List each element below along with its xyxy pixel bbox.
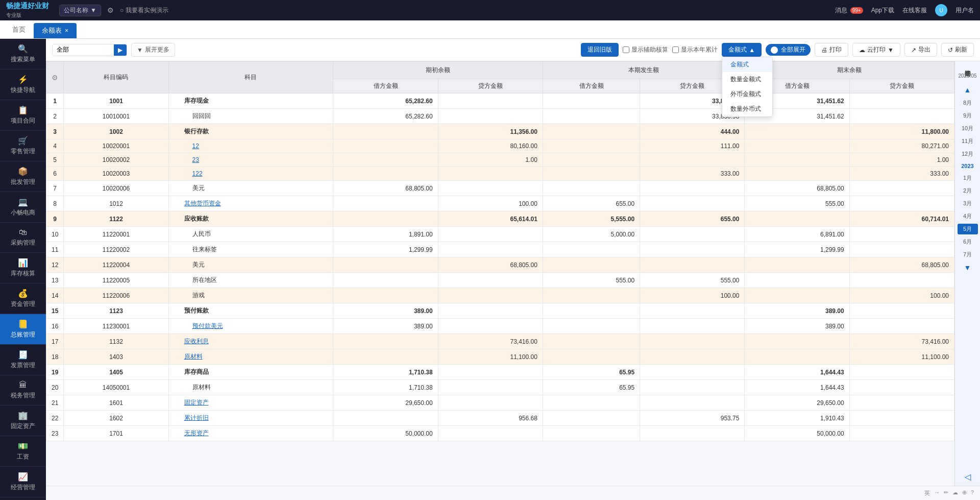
- period-sep[interactable]: 9月: [958, 110, 978, 121]
- show-annual-label[interactable]: 显示本年累计: [672, 45, 718, 54]
- sidebar-item-wholesale[interactable]: 📦 批发管理: [0, 161, 46, 192]
- period-may[interactable]: 5月: [958, 224, 978, 234]
- ob-debit: 389.00: [333, 319, 438, 334]
- sidebar-item-purchase[interactable]: 🛍 采购管理: [0, 223, 46, 253]
- sidebar-item-expense[interactable]: 📑 小畅报销: [0, 497, 46, 500]
- settings-col-header[interactable]: ⚙: [46, 62, 64, 93]
- expand-more-btn[interactable]: ▼ 展开更多: [131, 43, 175, 57]
- app-download-btn[interactable]: App下载: [871, 6, 894, 15]
- period-apr[interactable]: 4月: [958, 211, 978, 222]
- account-name[interactable]: 应收利息: [168, 334, 333, 349]
- account-name[interactable]: 原材料: [168, 349, 333, 365]
- top-actions: 消息 99+ App下载 在线客服 U 用户名: [835, 4, 974, 16]
- gear-icon[interactable]: ⚙: [107, 6, 114, 14]
- search-wrap: ▶: [52, 44, 127, 56]
- period-oct[interactable]: 10月: [958, 123, 978, 134]
- tab-balance-sheet[interactable]: 余额表 ×: [34, 23, 77, 38]
- account-name[interactable]: 预付款美元: [168, 319, 333, 334]
- cp-debit: [543, 349, 640, 365]
- avatar[interactable]: U: [935, 4, 947, 16]
- show-auxiliary-label[interactable]: 显示辅助核算: [623, 45, 668, 54]
- period-aug[interactable]: 8月: [958, 98, 978, 108]
- add-icon[interactable]: ⊕: [962, 489, 967, 497]
- message-btn[interactable]: 消息 99+: [835, 6, 863, 15]
- sidebar-label-tax: 税务管理: [3, 391, 43, 400]
- arrow-icon[interactable]: →: [934, 489, 940, 497]
- period-feb[interactable]: 2月: [958, 185, 978, 196]
- sidebar-label-search: 搜索菜单: [3, 55, 43, 64]
- cloud-print-btn[interactable]: ☁ 云打印 ▼: [852, 43, 900, 57]
- refresh-btn[interactable]: ↺ 刷新: [941, 43, 974, 57]
- account-name[interactable]: 固定资产: [168, 395, 333, 411]
- cp-credit: [640, 334, 745, 349]
- account-name[interactable]: 其他货币资金: [168, 196, 333, 211]
- collapse-panel-btn[interactable]: ◁: [965, 472, 971, 482]
- period-jul[interactable]: 7月: [958, 249, 978, 260]
- tab-close-icon[interactable]: ×: [65, 27, 68, 34]
- account-name: 美元: [168, 257, 333, 273]
- tab-home[interactable]: 首页: [4, 22, 34, 38]
- print-btn[interactable]: 🖨 打印: [815, 43, 848, 57]
- account-name: 人民币: [168, 227, 333, 242]
- sidebar-item-inventory[interactable]: 📊 库存核算: [0, 253, 46, 283]
- period-jun[interactable]: 6月: [958, 236, 978, 247]
- sidebar-item-ecommerce[interactable]: 💻 小畅电商: [0, 192, 46, 223]
- account-name[interactable]: 23: [168, 153, 333, 167]
- online-service-btn[interactable]: 在线客服: [902, 6, 927, 15]
- period-year-2023[interactable]: 2023: [958, 161, 978, 171]
- sidebar-item-finance[interactable]: 💰 资金管理: [0, 283, 46, 314]
- cp-debit: [543, 153, 640, 167]
- dd-item-qty-foreign[interactable]: 数量外币式: [722, 102, 772, 116]
- sidebar-item-salary[interactable]: 💵 工资: [0, 436, 46, 467]
- amount-mode-btn[interactable]: 金额式 ▲: [722, 43, 762, 57]
- sidebar-item-nav[interactable]: ⚡ 快捷导航: [0, 69, 46, 100]
- sidebar-item-tax[interactable]: 🏛 税务管理: [0, 375, 46, 406]
- period-next-btn[interactable]: ▼: [958, 262, 978, 273]
- account-name[interactable]: 12: [168, 139, 333, 153]
- export-btn[interactable]: ↗ 导出: [904, 43, 937, 57]
- cb-credit: [849, 426, 954, 441]
- row-num: 22: [46, 411, 64, 426]
- edit-icon[interactable]: ✏: [944, 489, 948, 497]
- company-selector[interactable]: 公司名称 ▼: [59, 5, 101, 16]
- operations-icon: 📈: [3, 472, 43, 482]
- help-icon[interactable]: ?: [971, 489, 974, 497]
- dd-item-amount[interactable]: 金额式: [722, 57, 772, 72]
- sidebar-item-ledger[interactable]: 📒 总账管理: [0, 314, 46, 345]
- ob-credit: [438, 227, 543, 242]
- sidebar-item-search[interactable]: 🔍 搜索菜单: [0, 39, 46, 69]
- sidebar-item-assets[interactable]: 🏢 固定资产: [0, 406, 46, 436]
- row-num: 12: [46, 257, 64, 273]
- ob-debit: [333, 196, 438, 211]
- period-nov[interactable]: 11月: [958, 136, 978, 147]
- search-input[interactable]: [53, 44, 114, 56]
- dd-item-foreign-amount[interactable]: 外币金额式: [722, 87, 772, 102]
- sidebar-label-ecommerce: 小畅电商: [3, 208, 43, 217]
- demo-link[interactable]: ○ 我要看实例演示: [120, 6, 168, 15]
- sidebar-item-invoice[interactable]: 🧾 发票管理: [0, 345, 46, 375]
- account-name[interactable]: 122: [168, 167, 333, 181]
- ob-credit: [438, 273, 543, 288]
- show-annual-checkbox[interactable]: [672, 46, 679, 53]
- dd-item-qty-amount[interactable]: 数量金额式: [722, 72, 772, 87]
- retail-icon: 🛒: [3, 136, 43, 146]
- search-arrow-btn[interactable]: ▶: [114, 44, 127, 56]
- show-auxiliary-checkbox[interactable]: [623, 46, 629, 53]
- period-jan[interactable]: 1月: [958, 173, 978, 183]
- cp-credit: [640, 426, 745, 441]
- ob-debit: [333, 153, 438, 167]
- account-name[interactable]: 累计折旧: [168, 411, 333, 426]
- expand-all-toggle[interactable]: 全部展开: [766, 44, 811, 56]
- account-name[interactable]: 无形资产: [168, 426, 333, 441]
- cp-debit: [543, 319, 640, 334]
- period-mar[interactable]: 3月: [958, 198, 978, 209]
- period-prev-btn[interactable]: ▲: [958, 84, 978, 96]
- return-old-btn[interactable]: 退回旧版: [581, 43, 619, 57]
- lang-icon[interactable]: 英: [924, 489, 930, 497]
- sidebar-item-project[interactable]: 📋 项目合同: [0, 100, 46, 131]
- sidebar-item-retail[interactable]: 🛒 零售管理: [0, 131, 46, 161]
- period-dec[interactable]: 12月: [958, 149, 978, 159]
- cp-credit: 333.00: [640, 167, 745, 181]
- sidebar-item-operations[interactable]: 📈 经营管理: [0, 467, 46, 497]
- cloud-status-icon[interactable]: ☁: [952, 489, 958, 497]
